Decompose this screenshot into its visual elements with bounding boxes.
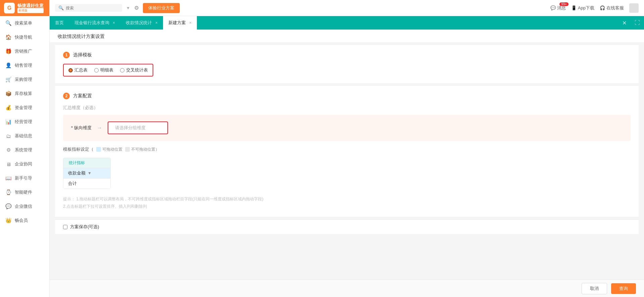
footer-save: 方案保存(可选) [55, 219, 639, 234]
sidebar-item-label: 企业协同 [15, 161, 32, 167]
system-icon: ⚙ [5, 147, 11, 153]
sidebar-item-corp-wechat[interactable]: 💬 企业微信 [0, 199, 49, 213]
non-draggable-dot [125, 147, 130, 152]
dimension-area: * 纵向维度 → 请选择分组维度 [63, 115, 631, 141]
close-window-icon[interactable]: ✕ [618, 16, 631, 30]
download-icon: 📱 [571, 5, 577, 10]
indicator-amount-label: 收款金额 [68, 170, 86, 176]
tab-home[interactable]: 首页 [50, 16, 69, 30]
radio-summary-input[interactable] [68, 68, 73, 72]
tip-text-2: 2.点击标题栏下拉可设置排序、插入列和删除列 [63, 203, 147, 210]
online-service-button[interactable]: 🎧 在线客服 [600, 5, 624, 11]
maximize-window-icon[interactable]: ⛶ [631, 16, 644, 30]
indicator-cell-amount[interactable]: 收款金额 ▼ [63, 168, 110, 179]
sidebar-item-label: 畅会员 [15, 217, 28, 224]
topbar-search-box[interactable]: 🔍 [55, 4, 122, 12]
sales-icon: 👤 [5, 62, 11, 68]
sidebar-item-sales[interactable]: 👤 销售管理 [0, 58, 49, 72]
message-icon: 💬 [550, 5, 556, 10]
indicator-dropdown-icon[interactable]: ▼ [88, 171, 92, 176]
tab-bank-flow[interactable]: 现金银行流水查询 × [69, 16, 120, 30]
legend-non-draggable: 不可拖动位置） [125, 147, 159, 152]
radio-summary[interactable]: 汇总表 [68, 67, 88, 73]
sidebar-item-search-menu[interactable]: 🔍 搜索菜单 [0, 16, 49, 30]
sidebar-item-base-info[interactable]: 🗂 基础信息 [0, 129, 49, 143]
sidebar-item-label: 智能硬件 [15, 189, 32, 195]
radio-detail-input[interactable] [94, 68, 99, 72]
sidebar-item-label: 采购管理 [15, 77, 32, 83]
quick-nav-icon: 🏠 [5, 34, 11, 40]
user-avatar[interactable] [629, 3, 639, 13]
step2-section: 2 方案配置 汇总维度（必选） * 纵向维度 → 请选择分组维度 模板指标设定（ [55, 86, 639, 217]
industry-solution-button[interactable]: 体验行业方案 [143, 3, 180, 13]
search-input[interactable] [66, 6, 113, 10]
tab-home-label: 首页 [55, 20, 64, 26]
step2-badge: 2 [63, 93, 70, 99]
sidebar-item-inventory[interactable]: 📦 库存核算 [0, 87, 49, 101]
save-label: 方案保存(可选) [70, 224, 99, 230]
sidebar-item-label: 库存核算 [15, 91, 32, 97]
sidebar-item-newbie[interactable]: 📖 新手引导 [0, 171, 49, 185]
step2-title: 方案配置 [73, 93, 92, 99]
logo-icon: G [4, 3, 15, 13]
save-checkbox[interactable] [63, 225, 67, 229]
sidebar-item-label: 快捷导航 [15, 34, 32, 40]
step2-label: 2 方案配置 [63, 93, 631, 99]
sidebar-item-quick-nav[interactable]: 🏠 快捷导航 [0, 30, 49, 44]
search-icon: 🔍 [58, 5, 64, 10]
tip-text-1: 提示： 1.拖动标题栏可以调整布局，不可跨维度或指标区域拖动栏目字段(只能在同一… [63, 196, 263, 203]
query-button[interactable]: 查询 [611, 283, 636, 294]
service-icon: 🎧 [600, 5, 605, 10]
radio-cross-input[interactable] [120, 68, 124, 72]
dim-select-box[interactable]: 请选择分组维度 [108, 121, 168, 134]
sidebar-item-corp-coop[interactable]: 🖥 企业协同 [0, 157, 49, 171]
corp-wechat-icon: 💬 [5, 203, 11, 209]
app-download-button[interactable]: 📱 App下载 [571, 5, 594, 11]
topbar: 🔍 ▼ ⚙ 体验行业方案 💬 消息 99+ 📱 App下载 🎧 在线客服 [50, 0, 644, 16]
sidebar-item-label: 搜索菜单 [15, 20, 32, 26]
smart-hw-icon: ⌚ [5, 189, 11, 195]
sidebar-item-operations[interactable]: 📊 经营管理 [0, 115, 49, 129]
tab-new-plan-close-icon[interactable]: × [189, 21, 192, 25]
tab-new-plan[interactable]: 新建方案 × [163, 16, 197, 30]
notification-button[interactable]: 💬 消息 99+ [550, 5, 566, 11]
tip-line-2: 2.点击标题栏下拉可设置排序、插入列和删除列 [63, 203, 631, 210]
search-menu-icon: 🔍 [5, 20, 11, 26]
sidebar-item-marketing[interactable]: 🎁 营销推广 [0, 44, 49, 58]
sidebar-item-finance[interactable]: 💰 资金管理 [0, 101, 49, 115]
tab-collection-stat[interactable]: 收款情况统计 × [120, 16, 163, 30]
radio-cross[interactable]: 交叉统计表 [120, 67, 148, 73]
tip-line-1: 提示： 1.拖动标题栏可以调整布局，不可跨维度或指标区域拖动栏目字段(只能在同一… [63, 196, 631, 203]
online-service-label: 在线客服 [606, 5, 624, 11]
radio-summary-label: 汇总表 [74, 67, 88, 73]
dropdown-arrow-icon[interactable]: ▼ [126, 6, 130, 10]
dim-required-label: 汇总维度（必选） [63, 105, 631, 111]
sidebar-item-label: 企业微信 [15, 203, 32, 209]
page-title: 收款情况统计方案设置 [58, 34, 636, 42]
page-header: 收款情况统计方案设置 [50, 30, 644, 42]
indicator-total-cell: 合计 [63, 179, 110, 189]
topbar-right: 💬 消息 99+ 📱 App下载 🎧 在线客服 [550, 3, 639, 13]
radio-cross-label: 交叉统计表 [126, 67, 148, 73]
indicator-table: 统计指标 收款金额 ▼ 合计 [63, 158, 111, 189]
draggable-dot [96, 147, 101, 152]
main-area: 🔍 ▼ ⚙ 体验行业方案 💬 消息 99+ 📱 App下载 🎧 在线客服 [50, 0, 644, 297]
sidebar-item-system[interactable]: ⚙ 系统管理 [0, 143, 49, 157]
legend-draggable: 可拖动位置 [96, 147, 122, 152]
indicator-settings: 模板指标设定（ 可拖动位置 不可拖动位置） 统计指标 [63, 146, 631, 210]
cancel-button[interactable]: 取消 [582, 283, 607, 294]
corp-coop-icon: 🖥 [5, 161, 11, 167]
radio-detail-label: 明细表 [100, 67, 113, 73]
sidebar-item-member[interactable]: 👑 畅会员 [0, 213, 49, 228]
tab-collection-stat-close-icon[interactable]: × [155, 21, 158, 25]
gear-icon[interactable]: ⚙ [134, 5, 139, 11]
radio-detail[interactable]: 明细表 [94, 67, 113, 73]
vertical-dim-label: * 纵向维度 [71, 125, 92, 131]
sidebar-item-purchase[interactable]: 🛒 采购管理 [0, 72, 49, 87]
page-content: 收款情况统计方案设置 1 选择模板 汇总表 明细表 交叉统计表 [50, 30, 644, 280]
sidebar-item-label: 系统管理 [15, 147, 32, 153]
indicator-settings-title: 模板指标设定（ 可拖动位置 不可拖动位置） [63, 146, 631, 152]
sidebar-item-smart-hw[interactable]: ⌚ 智能硬件 [0, 185, 49, 199]
newbie-icon: 📖 [5, 175, 11, 181]
tab-bank-flow-close-icon[interactable]: × [113, 21, 115, 25]
